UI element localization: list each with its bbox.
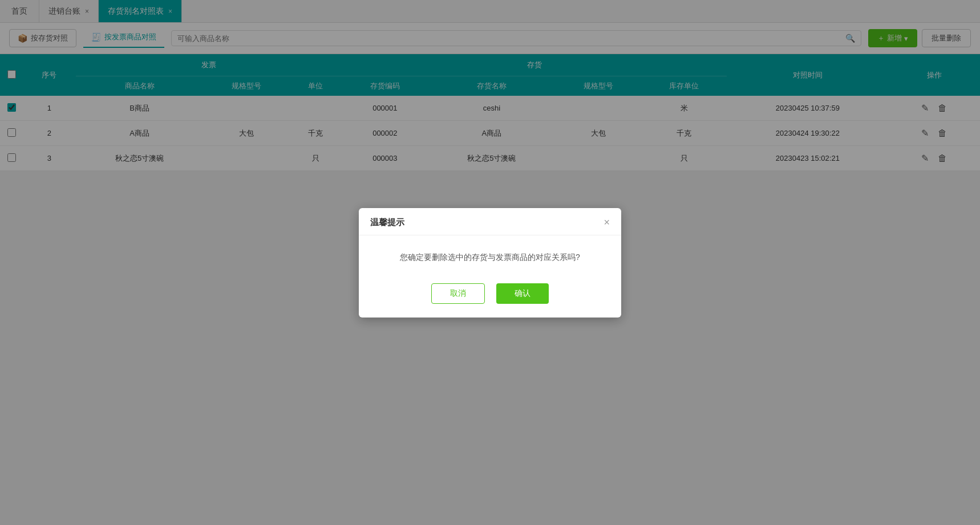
modal-overlay: 温馨提示 × 您确定要删除选中的存货与发票商品的对应关系吗? 取消 确认 [0,0,980,171]
